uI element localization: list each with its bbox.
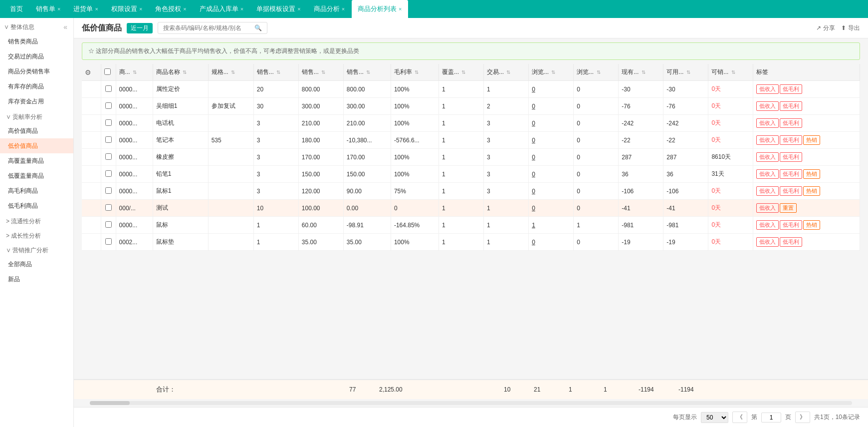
nav-product-stock[interactable]: 产成品入库单 × bbox=[194, 0, 249, 18]
col-current-stock[interactable]: 现有... ⇅ bbox=[619, 64, 663, 81]
nav-product-analysis[interactable]: 商品分析 × bbox=[308, 0, 351, 18]
cell-views1[interactable]: 0 bbox=[529, 98, 574, 115]
sidebar-item-new-products[interactable]: 新品 bbox=[0, 272, 73, 287]
sidebar-item-all-products[interactable]: 全部商品 bbox=[0, 257, 73, 272]
col-gross-margin[interactable]: 毛利率 ⇅ bbox=[391, 64, 438, 81]
cell-checkbox[interactable] bbox=[101, 166, 116, 183]
cell-coverage: 1 bbox=[439, 234, 484, 251]
cell-checkbox[interactable] bbox=[101, 183, 116, 200]
row-checkbox-0[interactable] bbox=[105, 85, 112, 92]
row-checkbox-5[interactable] bbox=[105, 170, 112, 177]
cell-views1[interactable]: 0 bbox=[529, 132, 574, 149]
sidebar-group-marketing[interactable]: ∨ 营销推广分析 bbox=[0, 242, 73, 257]
sidebar-group-circulation[interactable]: > 流通性分析 bbox=[0, 213, 73, 228]
nav-purchase-order[interactable]: 进货单 × bbox=[67, 0, 104, 18]
select-all-checkbox[interactable] bbox=[104, 68, 111, 75]
nav-close-perms[interactable]: × bbox=[139, 6, 142, 12]
sidebar-item-category-sales-rate[interactable]: 商品分类销售率 bbox=[0, 64, 73, 79]
col-available[interactable]: 可用... ⇅ bbox=[663, 64, 708, 81]
horizontal-scrollbar[interactable] bbox=[90, 401, 852, 405]
col-views2[interactable]: 浏览... ⇅ bbox=[574, 64, 619, 81]
sidebar-item-stock-capital[interactable]: 库存资金占用 bbox=[0, 94, 73, 109]
cell-views1[interactable]: 0 bbox=[529, 234, 574, 251]
nav-roles[interactable]: 角色授权 × bbox=[149, 0, 192, 18]
per-page-select[interactable]: 50 20 100 bbox=[701, 412, 728, 423]
sidebar-item-with-stock[interactable]: 有库存的商品 bbox=[0, 79, 73, 94]
cell-checkbox[interactable] bbox=[101, 217, 116, 234]
sidebar-item-high-value[interactable]: 高价值商品 bbox=[0, 123, 73, 138]
cell-views1[interactable]: 0 bbox=[529, 149, 574, 166]
col-transaction[interactable]: 交易... ⇅ bbox=[484, 64, 529, 81]
nav-close-analysis[interactable]: × bbox=[342, 6, 345, 12]
share-button[interactable]: ↗ 分享 bbox=[816, 24, 835, 32]
search-icon[interactable]: 🔍 bbox=[254, 24, 262, 31]
nav-home[interactable]: 首页 bbox=[4, 0, 29, 18]
nav-permissions[interactable]: 权限设置 × bbox=[105, 0, 148, 18]
search-input[interactable] bbox=[163, 24, 251, 31]
col-settings[interactable]: ⚙ bbox=[82, 64, 101, 81]
nav-sales-order[interactable]: 销售单 × bbox=[30, 0, 66, 18]
cell-checkbox[interactable] bbox=[101, 132, 116, 149]
export-button[interactable]: ⬆ 导出 bbox=[841, 24, 860, 32]
col-sellable[interactable]: 可销... ⇅ bbox=[708, 64, 753, 81]
cell-checkbox[interactable] bbox=[101, 81, 116, 98]
nav-template[interactable]: 单据模板设置 × bbox=[250, 0, 306, 18]
nav-close-template[interactable]: × bbox=[297, 6, 300, 12]
cell-views1[interactable]: 0 bbox=[529, 183, 574, 200]
row-checkbox-6[interactable] bbox=[105, 187, 112, 194]
sidebar-item-traded-products[interactable]: 交易过的商品 bbox=[0, 49, 73, 64]
nav-product-analysis-list[interactable]: 商品分析列表 × bbox=[352, 0, 408, 18]
nav-close-analysis-list[interactable]: × bbox=[399, 6, 402, 12]
summary-views2: 1 bbox=[601, 384, 636, 395]
cell-views1[interactable]: 1 bbox=[529, 217, 574, 234]
cell-checkbox[interactable] bbox=[101, 149, 116, 166]
col-code[interactable]: 商... ⇅ bbox=[116, 64, 153, 81]
cell-views1[interactable]: 0 bbox=[529, 200, 574, 217]
col-spec[interactable]: 规格... ⇅ bbox=[208, 64, 253, 81]
time-badge[interactable]: 近一月 bbox=[127, 23, 153, 33]
cell-checkbox[interactable] bbox=[101, 234, 116, 251]
col-coverage[interactable]: 覆盖... ⇅ bbox=[439, 64, 484, 81]
first-page-btn[interactable]: 《 bbox=[732, 412, 747, 423]
sidebar-group-overall[interactable]: ∨ 整体信息 bbox=[4, 23, 34, 31]
row-checkbox-2[interactable] bbox=[105, 119, 112, 126]
nav-close-purchase[interactable]: × bbox=[95, 6, 98, 12]
col-sales-qty[interactable]: 销售... ⇅ bbox=[253, 64, 298, 81]
col-sales-price[interactable]: 销售... ⇅ bbox=[298, 64, 343, 81]
sidebar-item-high-coverage[interactable]: 高覆盖量商品 bbox=[0, 153, 73, 168]
nav-close-product-stock[interactable]: × bbox=[240, 6, 243, 12]
tag-低毛利: 低毛利 bbox=[780, 220, 802, 230]
col-views1[interactable]: 浏览... ⇅ bbox=[529, 64, 574, 81]
sidebar-item-low-margin[interactable]: 低毛利商品 bbox=[0, 198, 73, 213]
cell-views1[interactable]: 0 bbox=[529, 81, 574, 98]
cell-views1[interactable]: 0 bbox=[529, 166, 574, 183]
row-checkbox-8[interactable] bbox=[105, 221, 112, 228]
row-checkbox-9[interactable] bbox=[105, 238, 112, 245]
cell-views1[interactable]: 0 bbox=[529, 115, 574, 132]
sidebar-item-high-margin[interactable]: 高毛利商品 bbox=[0, 183, 73, 198]
col-sales-amount[interactable]: 销售... ⇅ bbox=[343, 64, 391, 81]
cell-sellable-days: 0天 bbox=[708, 98, 753, 115]
row-checkbox-4[interactable] bbox=[105, 153, 112, 160]
row-checkbox-7[interactable] bbox=[105, 204, 112, 211]
export-icon: ⬆ bbox=[841, 24, 846, 31]
last-page-btn[interactable]: 》 bbox=[795, 412, 810, 423]
tag-低收入: 低收入 bbox=[756, 152, 779, 162]
sidebar-collapse-btn[interactable]: « bbox=[61, 22, 69, 32]
scroll-thumb[interactable] bbox=[90, 401, 130, 405]
cell-settings bbox=[82, 115, 101, 132]
sidebar-group-growth[interactable]: > 成长性分析 bbox=[0, 228, 73, 242]
row-checkbox-3[interactable] bbox=[105, 136, 112, 143]
cell-checkbox[interactable] bbox=[101, 115, 116, 132]
cell-checkbox[interactable] bbox=[101, 200, 116, 217]
sidebar-item-sales-products[interactable]: 销售类商品 bbox=[0, 34, 73, 49]
page-number-input[interactable] bbox=[761, 413, 781, 423]
nav-close-sales[interactable]: × bbox=[57, 6, 60, 12]
col-name[interactable]: 商品名称 ⇅ bbox=[153, 64, 208, 81]
row-checkbox-1[interactable] bbox=[105, 102, 112, 109]
sidebar-item-low-coverage[interactable]: 低覆盖量商品 bbox=[0, 168, 73, 183]
sidebar-item-low-value[interactable]: 低价值商品 bbox=[0, 138, 73, 153]
nav-close-roles[interactable]: × bbox=[183, 6, 186, 12]
sidebar-group-contribution[interactable]: ∨ 贡献率分析 bbox=[0, 109, 73, 123]
cell-checkbox[interactable] bbox=[101, 98, 116, 115]
